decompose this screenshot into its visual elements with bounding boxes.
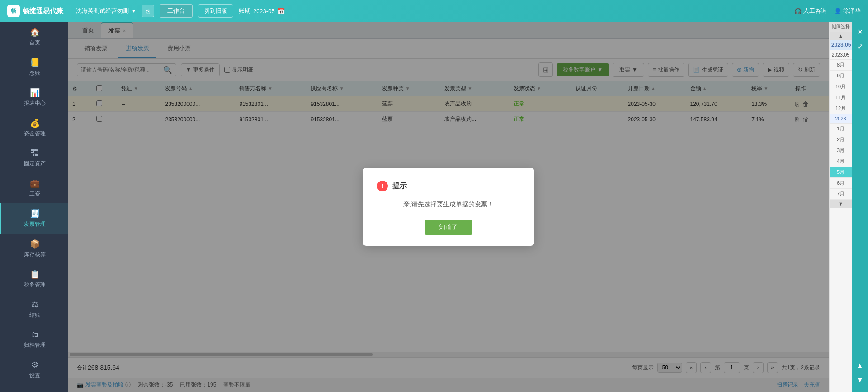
- period-item-10[interactable]: 10月: [830, 81, 852, 92]
- tax-icon: 📋: [30, 269, 40, 279]
- switch-button[interactable]: 切到旧版: [198, 4, 233, 18]
- right-panel: ✕ ⤢ ▲ ▼: [852, 22, 868, 392]
- user-info[interactable]: 👤 徐泽华: [834, 7, 861, 15]
- guide-icon: 📖: [30, 390, 40, 392]
- period-item-4[interactable]: 4月: [830, 156, 852, 167]
- right-panel-up-icon[interactable]: ▲: [854, 359, 866, 372]
- period-item-7[interactable]: 7月: [830, 189, 852, 200]
- sidebar-label-archive: 归档管理: [24, 341, 46, 349]
- period-down-button[interactable]: ▼: [830, 200, 852, 208]
- company-selector[interactable]: 沈海英测试经营勿删 ▼: [76, 7, 136, 15]
- sidebar-item-home[interactable]: 🏠 首页: [0, 22, 68, 52]
- period-item-11[interactable]: 11月: [830, 92, 852, 103]
- period-value: 2023-05: [253, 8, 275, 14]
- period-item-9[interactable]: 9月: [830, 71, 852, 81]
- period-up-button[interactable]: ▲: [830, 32, 852, 40]
- support-label: 人工咨询: [803, 7, 827, 15]
- period-item-2[interactable]: 2月: [830, 134, 852, 145]
- modal-title-text: 提示: [392, 182, 407, 191]
- period-item-8[interactable]: 8月: [830, 60, 852, 71]
- sidebar-item-assets[interactable]: 🏗 固定资产: [0, 143, 68, 173]
- settings-icon: ⚙: [31, 360, 38, 370]
- user-name: 徐泽华: [843, 7, 861, 15]
- period-info: 账期 2023-05 📅: [239, 7, 285, 15]
- invoices-icon: 🧾: [30, 209, 40, 219]
- modal-footer: 知道了: [377, 220, 520, 235]
- workbench-button[interactable]: 工作台: [160, 4, 193, 18]
- reports-icon: 📊: [30, 88, 40, 98]
- sidebar-label-home: 首页: [29, 39, 40, 47]
- sidebar-item-settings[interactable]: ⚙ 设置: [0, 354, 68, 385]
- modal-confirm-button[interactable]: 知道了: [425, 220, 472, 235]
- period-header-line1: 期间选择: [830, 24, 851, 30]
- funds-icon: 💰: [30, 118, 40, 128]
- sidebar-item-funds[interactable]: 💰 资金管理: [0, 113, 68, 143]
- ledger-icon: 📒: [30, 57, 40, 67]
- right-panel-bottom: ▲ ▼: [854, 359, 866, 388]
- archive-icon: 🗂: [31, 330, 39, 339]
- home-icon: 🏠: [30, 27, 40, 37]
- period-item-5[interactable]: 5月: [830, 167, 852, 178]
- settlement-icon: ⚖: [31, 300, 38, 310]
- main-layout: 🏠 首页 📒 总账 📊 报表中心 💰 资金管理 🏗 固定资产 💼 工资 🧾 发票…: [0, 22, 868, 392]
- company-name: 沈海英测试经营勿删: [76, 7, 129, 15]
- period-item-3[interactable]: 3月: [830, 145, 852, 156]
- sidebar-label-salary: 工资: [29, 190, 40, 198]
- modal-warning-icon: !: [377, 181, 388, 191]
- headset-icon: 🎧: [794, 8, 802, 14]
- modal-body: 亲,请先选择要生成单据的发票！: [377, 201, 520, 209]
- sidebar-item-guide[interactable]: 📖 新手引导: [0, 385, 68, 392]
- sidebar-label-assets: 固定资产: [24, 160, 46, 167]
- period-item-12[interactable]: 12月: [830, 103, 852, 114]
- top-header: 畅 畅捷通易代账 沈海英测试经营勿删 ▼ ⎘ 工作台 切到旧版 账期 2023-…: [0, 0, 868, 22]
- sidebar-item-invoices[interactable]: 🧾 发票管理: [0, 203, 68, 234]
- period-item-0523[interactable]: 2023.05: [830, 50, 852, 60]
- modal-title: ! 提示: [377, 181, 520, 191]
- salary-icon: 💼: [30, 178, 40, 188]
- sidebar-label-inventory: 库存核算: [24, 251, 46, 258]
- sidebar-label-tax: 税务管理: [24, 281, 46, 289]
- sidebar-item-settlement[interactable]: ⚖ 结账: [0, 294, 68, 325]
- copy-button[interactable]: ⎘: [142, 5, 154, 17]
- chevron-down-icon: ▼: [132, 9, 136, 14]
- right-panel-expand-button[interactable]: ⤢: [854, 40, 866, 53]
- period-item-6[interactable]: 6月: [830, 178, 852, 189]
- logo-icon: 畅: [7, 5, 20, 17]
- calendar-icon[interactable]: 📅: [278, 8, 285, 14]
- sidebar-item-reports[interactable]: 📊 报表中心: [0, 82, 68, 113]
- support-link[interactable]: 🎧 人工咨询: [794, 7, 827, 15]
- period-item-2023[interactable]: 2023: [830, 114, 852, 124]
- modal-overlay: ! 提示 亲,请先选择要生成单据的发票！ 知道了: [68, 22, 829, 392]
- modal-message: 亲,请先选择要生成单据的发票！: [403, 201, 494, 208]
- period-item-1[interactable]: 1月: [830, 124, 852, 134]
- sidebar-item-tax[interactable]: 📋 税务管理: [0, 264, 68, 294]
- sidebar-label-invoices: 发票管理: [24, 220, 46, 228]
- period-selector: 期间选择 ▲ 2023.05 2023.05 8月 9月 10月 11月 12月…: [829, 22, 852, 392]
- sidebar-item-ledger[interactable]: 📒 总账: [0, 52, 68, 82]
- modal-box: ! 提示 亲,请先选择要生成单据的发票！ 知道了: [363, 168, 534, 246]
- sidebar-item-archive[interactable]: 🗂 归档管理: [0, 325, 68, 354]
- sidebar-item-salary[interactable]: 💼 工资: [0, 173, 68, 203]
- assets-icon: 🏗: [31, 148, 39, 158]
- sidebar-label-settings: 设置: [29, 372, 40, 379]
- sidebar-label-funds: 资金管理: [24, 130, 46, 138]
- user-icon: 👤: [834, 8, 841, 14]
- right-panel-close-button[interactable]: ✕: [854, 25, 866, 38]
- sidebar-label-ledger: 总账: [29, 69, 40, 77]
- header-right: 🎧 人工咨询 👤 徐泽华: [794, 7, 861, 15]
- inventory-icon: 📦: [30, 239, 40, 249]
- right-panel-down-icon[interactable]: ▼: [854, 374, 866, 387]
- app-logo: 畅 畅捷通易代账: [7, 5, 63, 17]
- period-label: 账期: [239, 7, 250, 15]
- period-item-year-label[interactable]: 2023.05: [830, 40, 852, 50]
- sidebar-label-reports: 报表中心: [24, 100, 46, 107]
- sidebar-item-inventory[interactable]: 📦 库存核算: [0, 234, 68, 264]
- period-selector-header: 期间选择: [830, 22, 852, 32]
- app-title: 畅捷通易代账: [23, 7, 63, 15]
- sidebar-label-settlement: 结账: [29, 311, 40, 319]
- content-area: 首页 发票 × 销项发票 进项发票 费用小: [68, 22, 829, 392]
- sidebar: 🏠 首页 📒 总账 📊 报表中心 💰 资金管理 🏗 固定资产 💼 工资 🧾 发票…: [0, 22, 68, 392]
